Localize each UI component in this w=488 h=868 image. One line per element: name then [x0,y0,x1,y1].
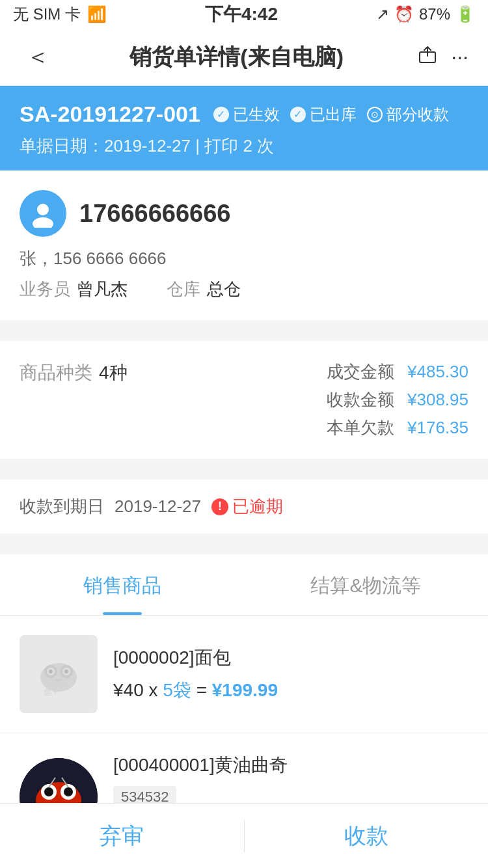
customer-meta: 业务员 曾凡杰 仓库 总仓 [20,278,468,301]
status-effective: ✓ 已生效 [213,104,280,125]
customer-phone: 17666666666 [79,200,230,228]
svg-text:鱼+: 鱼+ [44,686,58,697]
nav-actions: ··· [417,44,468,70]
product-type-label: 商品种类 [20,360,92,385]
product-info-1: [0000002]面包 ¥40 x 5袋 = ¥199.99 [113,645,468,703]
back-button[interactable]: ＜ [20,34,56,79]
status-time: 下午4:42 [205,2,278,27]
divider-3 [0,544,488,554]
status-left: 无 SIM 卡 📶 [13,4,107,25]
collect-payment-button[interactable]: 收款 [245,808,489,864]
owed-label: 本单欠款 [327,416,394,439]
stats-row: 商品种类 4种 成交金额 ¥485.30 收款金额 ¥308.95 本单欠款 ¥… [20,360,468,439]
share-icon[interactable] [417,44,438,70]
product-price-1: ¥40 x 5袋 = ¥199.99 [113,678,468,703]
price-qty-1: 5袋 [163,680,191,700]
received-label: 收款金额 [327,388,394,411]
salesperson-label: 业务员 [20,278,70,301]
product-name-1: [0000002]面包 [113,645,468,670]
owed-value: ¥176.35 [407,418,468,438]
check-icon-2: ✓ [290,107,306,122]
svg-point-8 [49,670,53,673]
product-name-2: [000400001]黄油曲奇 [113,753,468,778]
price-base-1: ¥40 x [113,680,163,700]
divider-1 [0,331,488,341]
salesperson-value: 曾凡杰 [77,278,128,301]
amount-stats: 成交金额 ¥485.30 收款金额 ¥308.95 本单欠款 ¥176.35 [327,360,468,439]
more-icon[interactable]: ··· [451,45,468,69]
customer-avatar [20,190,66,237]
owed-line: 本单欠款 ¥176.35 [327,416,468,439]
deal-amount-line: 成交金额 ¥485.30 [327,360,468,383]
overdue-icon: ! [211,498,228,515]
received-value: ¥308.95 [407,390,468,410]
due-date-value: 2019-12-27 [115,496,201,517]
price-eq-1: = [197,680,212,700]
page-title: 销货单详情(来自电脑) [56,42,417,72]
customer-section: 17666666666 张，156 6666 6666 业务员 曾凡杰 仓库 总… [0,170,488,320]
svg-point-16 [64,787,73,796]
battery-text: 87% [419,5,450,23]
due-section: 收款到期日 2019-12-27 ! 已逾期 [0,480,488,534]
overdue-badge: ! 已逾期 [211,495,283,518]
bottom-bar: 弃审 收款 [0,803,488,868]
order-banner: SA-20191227-001 ✓ 已生效 ✓ 已出库 ⊙ 部分收款 单据日期：… [0,86,488,170]
tabs-row: 销售商品 结算&物流等 [0,554,488,616]
product-type: 商品种类 4种 [20,360,128,385]
warehouse-label: 仓库 [167,278,200,301]
svg-point-1 [37,204,49,215]
overdue-text: 已逾期 [232,495,283,518]
nav-bar: ＜ 销货单详情(来自电脑) ··· [0,29,488,86]
product-thumbnail-1: 鱼+ [20,635,98,713]
price-total-1: ¥199.99 [212,680,278,700]
status-right: ↗ ⏰ 87% 🔋 [376,5,475,23]
divider-2 [0,469,488,480]
status-partial-payment: ⊙ 部分收款 [367,104,449,125]
stats-section: 商品种类 4种 成交金额 ¥485.30 收款金额 ¥308.95 本单欠款 ¥… [0,341,488,459]
tab-settlement[interactable]: 结算&物流等 [244,554,488,615]
order-banner-top: SA-20191227-001 ✓ 已生效 ✓ 已出库 ⊙ 部分收款 [20,102,468,127]
carrier-text: 无 SIM 卡 [13,4,81,25]
wifi-icon: 📶 [87,5,107,23]
received-line: 收款金额 ¥308.95 [327,388,468,411]
svg-point-9 [64,670,68,673]
due-date-label: 收款到期日 [20,495,104,518]
alarm-icon: ⏰ [394,5,414,23]
warehouse-value: 总仓 [207,278,241,301]
deal-amount-value: ¥485.30 [407,362,468,382]
customer-name-phone: 张，156 6666 6666 [20,247,468,270]
battery-icon: 🔋 [455,5,475,23]
tabs-section: 销售商品 结算&物流等 [0,554,488,616]
tab-sales-products[interactable]: 销售商品 [0,554,244,615]
warehouse-item: 仓库 总仓 [167,278,241,301]
location-icon: ↗ [376,5,389,23]
status-shipped: ✓ 已出库 [290,104,357,125]
cancel-review-button[interactable]: 弃审 [0,808,244,864]
status-badges: ✓ 已生效 ✓ 已出库 ⊙ 部分收款 [213,104,449,125]
product-type-value: 4种 [99,360,128,385]
svg-point-2 [33,217,53,228]
svg-point-15 [44,787,53,796]
salesperson-item: 业务员 曾凡杰 [20,278,128,301]
order-id: SA-20191227-001 [20,102,200,127]
deal-amount-label: 成交金额 [327,360,394,383]
clock-icon: ⊙ [367,107,383,122]
product-item[interactable]: 鱼+ [0000002]面包 ¥40 x 5袋 = ¥199.99 [0,616,488,733]
order-date: 单据日期：2019-12-27 | 打印 2 次 [20,135,468,157]
status-bar: 无 SIM 卡 📶 下午4:42 ↗ ⏰ 87% 🔋 [0,0,488,29]
check-icon-1: ✓ [213,107,229,122]
customer-row: 17666666666 [20,190,468,237]
